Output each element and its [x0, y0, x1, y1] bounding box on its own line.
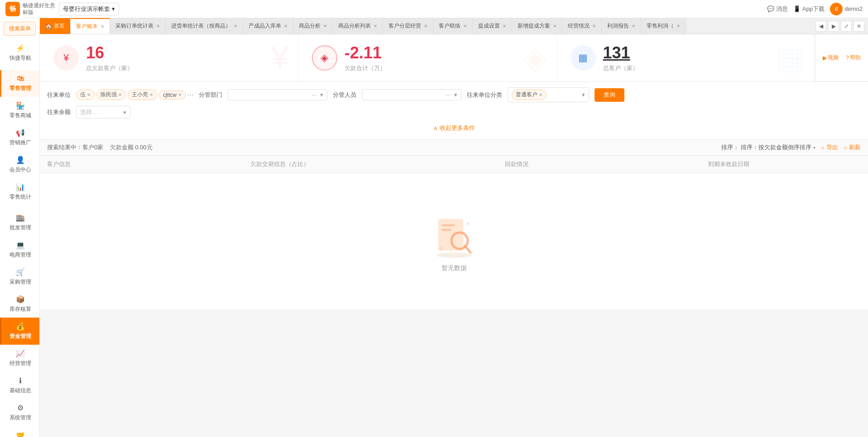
sidebar-item-ecommerce[interactable]: 💻 电商管理 [0, 236, 39, 263]
sidebar-item-purchase[interactable]: 🛒 采购管理 [0, 263, 39, 290]
tab-close-new-promo-plan[interactable]: ✕ [553, 24, 556, 28]
unit-tag-wangxiaoliang[interactable]: 王小亮 ✕ [128, 90, 157, 100]
tab-purchase-stats[interactable]: 采购订单统计表 ✕ [110, 18, 166, 34]
tab-close-goods-analysis-list[interactable]: ✕ [374, 24, 377, 28]
tab-goods-analysis-list[interactable]: 商品分析列表 ✕ [333, 18, 383, 34]
tab-goods-analysis[interactable]: 商品分析 ✕ [293, 18, 333, 34]
search-menu-btn[interactable]: 搜索菜单 [4, 22, 36, 36]
sidebar-item-wholesale[interactable]: 🏬 批发管理 [0, 209, 39, 236]
unit-tag-chenminqiang[interactable]: 陈民强 ✕ [96, 90, 126, 100]
tab-close-promo-settings[interactable]: ✕ [503, 24, 506, 28]
tab-close-all-btn[interactable]: ✕ [854, 21, 864, 32]
tab-close-operation-status[interactable]: ✕ [592, 24, 596, 28]
tab-retail-profit[interactable]: 零售利润（ ✕ [641, 18, 686, 34]
tab-scroll-right-btn[interactable]: ▶ [828, 21, 839, 32]
unit-tag-chenminqiang-close[interactable]: ✕ [118, 92, 122, 97]
system-icon: ⚙ [17, 404, 24, 412]
collapse-btn[interactable]: ∧ 收起更多条件 [47, 122, 861, 134]
tab-goods-inbound[interactable]: 进货单统计表（按商品） ✕ [166, 18, 243, 34]
refresh-btn[interactable]: ○ 刷新 [844, 143, 861, 152]
person-arrow-icon: ▾ [454, 91, 457, 98]
tab-close-goods-inbound[interactable]: ✕ [234, 24, 237, 28]
sidebar-item-marketing[interactable]: 📢 营销推广 [0, 124, 39, 151]
video-link[interactable]: ▶ 视频 [823, 54, 839, 62]
sidebar-item-operation[interactable]: 📈 经营管理 [0, 345, 39, 372]
dept-label: 分管部门 [199, 91, 222, 99]
query-btn[interactable]: 查询 [595, 88, 624, 102]
unit-tag-wangxiaoliang-close[interactable]: ✕ [149, 92, 153, 97]
tab-close-retail-profit[interactable]: ✕ [676, 24, 680, 28]
enterprise-icon: 🤝 [16, 431, 25, 437]
unit-type-tag-normal-close[interactable]: ✕ [539, 92, 542, 97]
quicknav-icon: ⚡ [16, 44, 25, 52]
tab-close-profit-report[interactable]: ✕ [632, 24, 635, 28]
tab-scroll-left-btn[interactable]: ◀ [815, 21, 826, 32]
user-avatar-area[interactable]: d demo2 [830, 3, 863, 15]
tab-bar: 🏠 首页 客户账本 ✕ 采购订单统计表 ✕ 进货单统计表（按商品） ✕ 产成品入… [40, 18, 868, 34]
retail-mall-icon: 🏪 [16, 101, 25, 110]
app-download-btn[interactable]: 📱 App下载 [793, 5, 825, 13]
sidebar-item-enterprise[interactable]: 🤝 企业协同 [0, 426, 39, 437]
tab-close-goods-analysis[interactable]: ✕ [323, 24, 327, 28]
dept-select[interactable]: ··· ▾ [228, 89, 327, 100]
tab-close-accounts-receivable[interactable]: ✕ [101, 24, 104, 29]
unit-tags-more[interactable]: ··· [187, 91, 193, 99]
tab-production-inbound[interactable]: 产成品入库单 ✕ [243, 18, 293, 34]
sidebar-item-basic-info[interactable]: ℹ 基础信息 [0, 372, 39, 399]
tab-accounts-receivable[interactable]: 客户账本 ✕ [71, 18, 110, 34]
unit-tag-cjttcw[interactable]: cjttcw ✕ [159, 90, 186, 100]
sidebar-item-finance[interactable]: 💰 资金管理 [0, 318, 39, 345]
top-bar-right: 💬 消息 📱 App下载 d demo2 [767, 3, 863, 15]
unit-type-select[interactable]: 普通客户 ✕ ▾ [508, 87, 589, 102]
balance-arrow-icon: ▾ [123, 109, 126, 116]
sidebar-item-member-center[interactable]: 👤 会员中心 [0, 151, 39, 178]
tab-close-production-inbound[interactable]: ✕ [284, 24, 288, 28]
credit-amount-number: -2.11 [345, 43, 386, 62]
credit-customers-label: 总欠款客户（家） [86, 64, 133, 72]
total-customers-number: 131 [603, 43, 638, 62]
sidebar-item-system[interactable]: ⚙ 系统管理 [0, 399, 39, 426]
unit-tag-cjttcw-close[interactable]: ✕ [178, 92, 182, 97]
filter-row-balance: 往来余额 选择... ▾ [47, 106, 861, 119]
svg-rect-1 [438, 219, 463, 251]
tab-new-promo-plan[interactable]: 新增提成方案 ✕ [512, 18, 562, 34]
credit-customers-icon: ¥ [53, 45, 79, 71]
avatar: d [830, 3, 843, 15]
person-dots[interactable]: ··· [444, 91, 453, 98]
tab-customer-contact[interactable]: 客户联络 ✕ [433, 18, 473, 34]
unit-type-tags: 普通客户 ✕ [512, 90, 580, 100]
export-btn[interactable]: ○ 导出 [821, 143, 838, 152]
company-selector[interactable]: 母婴行业演示帐套 ▾ [59, 3, 119, 15]
unit-tag-wu-close[interactable]: ✕ [87, 92, 91, 97]
stat-bg-icon-1: ¥ [271, 40, 289, 76]
sidebar-item-retail-mall[interactable]: 🏪 零售商城 [0, 97, 39, 124]
help-icon: ? [846, 55, 849, 61]
tab-close-customer-segment[interactable]: ✕ [424, 24, 427, 28]
top-bar: 畅 畅捷通好生意 标版 母婴行业演示帐套 ▾ 💬 消息 📱 App下载 d de… [0, 0, 868, 18]
sidebar-item-inventory[interactable]: 📦 库存核算 [0, 290, 39, 318]
tab-operation-status[interactable]: 经营情况 ✕ [562, 18, 602, 34]
unit-tag-wu[interactable]: 伍 ✕ [76, 90, 95, 100]
tab-profit-report[interactable]: 利润报告 ✕ [602, 18, 641, 34]
tab-customer-segment[interactable]: 客户分层经营 ✕ [383, 18, 433, 34]
tab-close-customer-contact[interactable]: ✕ [463, 24, 467, 28]
sidebar-item-quicknav[interactable]: ⚡ 快捷导航 [0, 39, 39, 66]
col-credit-info: 欠款交易信息（占比） [250, 160, 505, 168]
dept-dots[interactable]: ··· [310, 91, 319, 98]
tab-home[interactable]: 🏠 首页 [40, 18, 71, 34]
sort-selector[interactable]: 排序： 排序：按欠款金额倒序排序 ▾ [721, 143, 815, 152]
sidebar-item-retail-mgmt[interactable]: 🛍 零售管理 [0, 70, 39, 97]
unit-type-tag-normal[interactable]: 普通客户 ✕ [512, 90, 547, 100]
person-select[interactable]: ··· ▾ [362, 89, 461, 100]
home-icon: 🏠 [45, 23, 52, 29]
tab-close-purchase-stats[interactable]: ✕ [156, 24, 160, 28]
balance-label: 往来余额 [47, 108, 71, 116]
stat-bg-icon-2: ◈ [523, 39, 547, 76]
balance-select[interactable]: 选择... ▾ [76, 106, 130, 119]
help-link[interactable]: ? 帮助 [846, 54, 861, 62]
tab-maximize-btn[interactable]: ⤢ [841, 21, 852, 32]
table-header: 客户信息 欠款交易信息（占比） 回款情况 到期未收款日期 [40, 156, 868, 173]
sidebar-item-retail-stats[interactable]: 📊 零售统计 [0, 178, 39, 205]
tab-promo-settings[interactable]: 提成设置 ✕ [473, 18, 512, 34]
messages-btn[interactable]: 💬 消息 [767, 5, 788, 13]
